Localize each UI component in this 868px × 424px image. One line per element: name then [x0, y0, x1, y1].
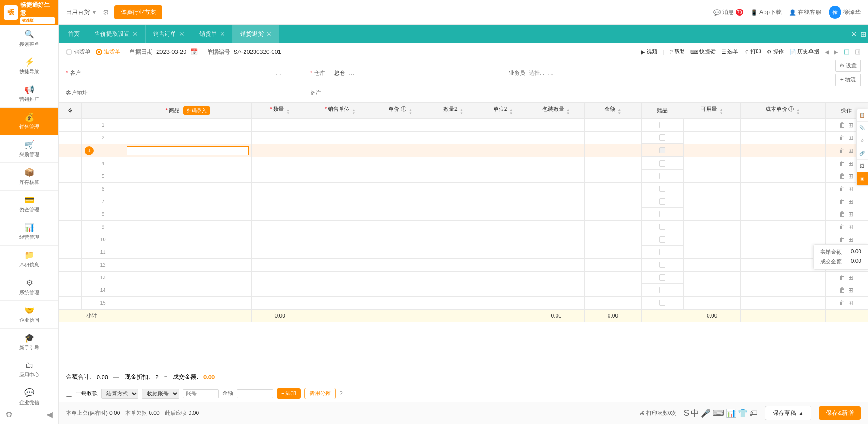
goods-cell[interactable]	[124, 208, 252, 220]
radio-sale[interactable]: 销货单	[66, 48, 90, 56]
delete-row-icon[interactable]: 🗑	[839, 236, 845, 243]
tab-sale-goods-close-icon[interactable]: ✕	[220, 30, 225, 38]
unit-price-cell[interactable]	[372, 233, 429, 246]
available-cell[interactable]	[684, 233, 740, 246]
goods-cell[interactable]	[124, 258, 252, 271]
sidebar-item-wechat[interactable]: 💬 企业微信	[0, 383, 58, 405]
payment-amount-input[interactable]	[183, 389, 219, 398]
amount-cell[interactable]	[585, 271, 641, 284]
qty2-cell[interactable]	[429, 208, 478, 220]
unit-price-cell[interactable]	[372, 208, 429, 220]
tab-home[interactable]: 首页	[61, 25, 87, 43]
calendar-icon[interactable]: 📅	[190, 48, 198, 55]
help-link[interactable]: ? 帮助	[670, 48, 685, 56]
qty-cell[interactable]	[252, 119, 308, 132]
user-avatar[interactable]: 徐 徐泽华	[829, 6, 861, 19]
prev-record-icon[interactable]: ◀	[825, 49, 829, 55]
pkg-qty-cell[interactable]	[528, 119, 585, 132]
cost-price-cell[interactable]	[740, 131, 825, 144]
gift-checkbox[interactable]	[659, 122, 665, 128]
qty2-cell[interactable]	[429, 144, 478, 157]
goods-cell[interactable]	[124, 182, 252, 195]
industry-dropdown[interactable]: 日用百货 ▼	[66, 8, 97, 16]
qty2-cell[interactable]	[429, 296, 478, 310]
delete-row-icon[interactable]: 🗑	[839, 299, 845, 306]
copy-row-icon[interactable]: ⊞	[848, 147, 854, 154]
sale-unit-cell[interactable]	[308, 157, 372, 170]
amount-cell[interactable]	[585, 284, 641, 296]
sidebar-item-search[interactable]: 🔍 搜索菜单	[0, 25, 58, 52]
save-new-btn[interactable]: 保存&新增	[819, 406, 861, 420]
qty-cell[interactable]	[252, 208, 308, 220]
copy-row-icon[interactable]: ⊞	[848, 172, 854, 180]
bottom-icon-3[interactable]: 🎤	[701, 408, 711, 418]
sale-unit-cell[interactable]	[308, 296, 372, 310]
cost-price-cell[interactable]	[740, 182, 825, 195]
sale-unit-cell[interactable]	[308, 131, 372, 144]
unit2-cell[interactable]	[478, 157, 528, 170]
app-download-btn[interactable]: 📱 App下载	[750, 8, 782, 16]
delete-row-icon[interactable]: 🗑	[839, 210, 845, 218]
copy-row-icon[interactable]: ⊞	[848, 299, 854, 306]
qty-cell[interactable]	[252, 296, 308, 310]
unit2-cell[interactable]	[478, 233, 528, 246]
salesperson-dots-icon[interactable]: ...	[546, 69, 556, 77]
qty-cell[interactable]	[252, 170, 308, 182]
save-draft-btn[interactable]: 保存草稿 ▲	[765, 406, 811, 420]
goods-cell[interactable]	[124, 220, 252, 233]
amount-cell[interactable]	[585, 296, 641, 310]
question-icon[interactable]: ?	[156, 374, 159, 381]
qty-cell[interactable]	[252, 258, 308, 271]
qty2-cell[interactable]	[429, 258, 478, 271]
sidebar-item-inventory[interactable]: 📦 库存核算	[0, 163, 58, 191]
view-toggle-table-icon[interactable]: ⊟	[844, 48, 849, 56]
remark-input[interactable]	[330, 89, 466, 97]
copy-row-icon[interactable]: ⊞	[848, 134, 854, 141]
goods-cell[interactable]	[124, 131, 252, 144]
unit2-cell[interactable]	[478, 119, 528, 132]
goods-cell[interactable]	[124, 246, 252, 258]
unit2-cell[interactable]	[478, 170, 528, 182]
amount-cell[interactable]	[585, 144, 641, 157]
qty2-cell[interactable]	[429, 284, 478, 296]
cost-price-cell[interactable]	[740, 119, 825, 132]
select-link[interactable]: ☰ 选单	[721, 48, 738, 56]
goods-cell[interactable]	[124, 296, 252, 310]
cost-price-cell[interactable]	[740, 296, 825, 310]
tab-close-all-icon[interactable]: ✕	[851, 30, 857, 38]
qty-cell[interactable]	[252, 220, 308, 233]
radio-return[interactable]: 退货单	[96, 48, 120, 56]
copy-row-icon[interactable]: ⊞	[848, 198, 854, 205]
cost-price-cell[interactable]	[740, 170, 825, 182]
gift-checkbox[interactable]	[659, 211, 665, 217]
available-cell[interactable]	[684, 144, 740, 157]
pkg-qty-cell[interactable]	[528, 220, 585, 233]
available-cell[interactable]	[684, 246, 740, 258]
sale-unit-cell[interactable]	[308, 170, 372, 182]
delete-row-icon[interactable]: 🗑	[839, 134, 845, 141]
address-dots-icon[interactable]: ...	[274, 89, 283, 97]
delete-row-icon[interactable]: 🗑	[839, 160, 845, 167]
goods-cell[interactable]	[124, 233, 252, 246]
qty2-cell[interactable]	[429, 271, 478, 284]
gift-checkbox[interactable]	[659, 134, 665, 141]
sidebar-item-collab[interactable]: 🤝 企业协同	[0, 301, 58, 329]
unit-price-cell[interactable]	[372, 131, 429, 144]
copy-row-icon[interactable]: ⊞	[848, 286, 854, 294]
cost-price-cell[interactable]	[740, 208, 825, 220]
available-cell[interactable]	[684, 296, 740, 310]
settings-footer-icon[interactable]: ⚙	[5, 410, 13, 419]
qty2-cell[interactable]	[429, 119, 478, 132]
qty2-cell[interactable]	[429, 195, 478, 208]
pkg-qty-cell[interactable]	[528, 296, 585, 310]
qty2-cell[interactable]	[429, 182, 478, 195]
qty2-cell[interactable]	[429, 131, 478, 144]
bottom-icon-7[interactable]: 🏷	[750, 409, 758, 418]
unit2-cell[interactable]	[478, 271, 528, 284]
customer-input[interactable]	[90, 69, 272, 77]
copy-row-icon[interactable]: ⊞	[848, 236, 854, 243]
unit2-cell[interactable]	[478, 258, 528, 271]
cost-price-cell[interactable]	[740, 144, 825, 157]
history-link[interactable]: 📄 历史单据	[789, 48, 819, 56]
delete-row-icon[interactable]: 🗑	[839, 185, 845, 192]
